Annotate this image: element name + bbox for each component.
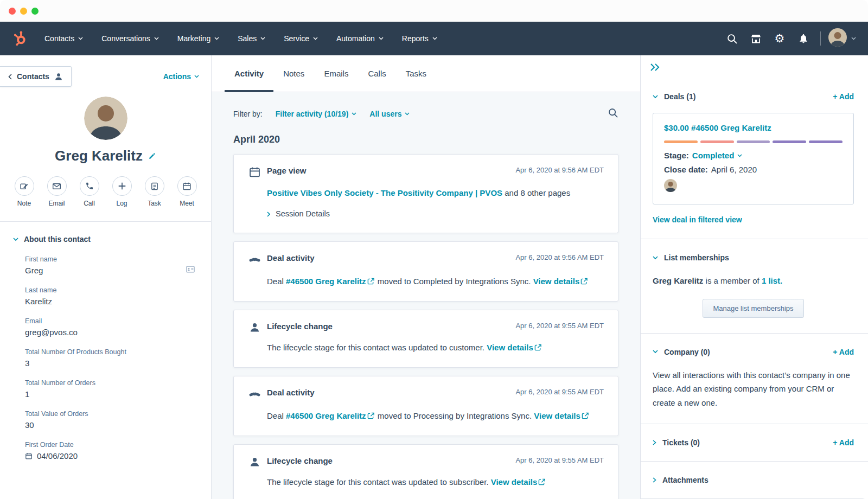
property-value: 04/06/2020 (25, 451, 195, 460)
activity-column: Activity Notes Emails Calls Tasks Filter… (212, 55, 640, 499)
chevron-down-icon (78, 37, 83, 40)
deal-body-middle: moved to Processing by Integrations Sync… (378, 411, 532, 420)
filter-activity-dropdown[interactable]: Filter activity (10/19) (276, 110, 357, 118)
attachments-header[interactable]: Attachments (662, 476, 709, 484)
property-value-of-orders[interactable]: Total Value of Orders 30 (0, 410, 211, 430)
company-header[interactable]: Company (0) (664, 348, 710, 356)
deal-title-link[interactable]: $30.00 #46500 Greg Karelitz (664, 123, 843, 132)
nav-item-marketing[interactable]: Marketing (177, 34, 219, 43)
collapse-sidebar-icon[interactable] (649, 64, 660, 73)
deal-owner-avatar[interactable] (664, 184, 677, 194)
tickets-header[interactable]: Tickets (0) (662, 438, 700, 447)
deals-header[interactable]: Deals (1) (664, 92, 695, 101)
external-link-icon (367, 410, 374, 423)
task-button[interactable]: Task (143, 176, 167, 207)
log-button[interactable]: Log (110, 176, 134, 207)
tab-notes[interactable]: Notes (273, 55, 314, 92)
property-first-order-date[interactable]: First Order Date 04/06/2020 (0, 441, 211, 460)
add-company-button[interactable]: + Add (833, 348, 854, 356)
back-to-contacts-button[interactable]: Contacts (0, 66, 72, 87)
actions-dropdown[interactable]: Actions (163, 72, 199, 81)
view-details-link[interactable]: View details (533, 277, 580, 286)
nav-item-label: Sales (238, 34, 257, 43)
associations-sidebar: Deals (1) + Add $30.00 #46500 Greg Karel… (640, 55, 868, 499)
property-email[interactable]: Email greg@pvos.co (0, 317, 211, 337)
handshake-icon (248, 254, 261, 266)
property-value: greg@pvos.co (25, 328, 195, 337)
nav-item-label: Contacts (44, 34, 74, 43)
deal-body-middle: moved to Completed by Integrations Sync. (378, 277, 531, 286)
pipeline-stage-segment (737, 140, 770, 143)
activity-card-deal: Deal activity Apr 6, 2020 at 9:56 AM EDT… (233, 241, 618, 302)
list-count-link[interactable]: 1 list. (762, 276, 782, 285)
edit-name-pencil-icon[interactable] (148, 152, 156, 160)
external-link-icon (534, 342, 541, 355)
view-deal-link[interactable]: View deal in filtered view (653, 215, 742, 224)
search-button[interactable] (722, 28, 742, 49)
contact-name: Greg Karelitz (55, 148, 143, 164)
marketplace-button[interactable] (745, 28, 766, 49)
session-details-toggle[interactable]: Session Details (267, 208, 604, 220)
email-icon (52, 182, 61, 191)
account-menu[interactable] (828, 28, 856, 49)
view-details-link[interactable]: View details (487, 343, 533, 352)
minimize-window-button[interactable] (20, 8, 27, 15)
zoom-window-button[interactable] (31, 8, 39, 15)
email-button[interactable]: Email (45, 176, 69, 207)
about-section-header[interactable]: About this contact (0, 222, 211, 244)
list-memberships-header[interactable]: List memberships (664, 253, 729, 262)
card-title: Lifecycle change (267, 456, 333, 465)
view-details-link[interactable]: View details (491, 477, 538, 487)
nav-item-sales[interactable]: Sales (238, 34, 265, 43)
deal-link[interactable]: #46500 Greg Karelitz (286, 277, 366, 286)
tab-tasks[interactable]: Tasks (396, 55, 436, 92)
chevron-right-icon[interactable] (653, 477, 656, 483)
view-details-link[interactable]: View details (534, 411, 580, 420)
add-ticket-button[interactable]: + Add (833, 438, 854, 447)
nav-item-conversations[interactable]: Conversations (101, 34, 159, 43)
tab-activity[interactable]: Activity (225, 55, 273, 92)
page-view-link[interactable]: Positive Vibes Only Society - The Positi… (267, 188, 502, 197)
search-activity-button[interactable] (608, 107, 618, 120)
deal-link[interactable]: #46500 Greg Karelitz (286, 411, 366, 420)
property-products-bought[interactable]: Total Number Of Products Bought 3 (0, 348, 211, 368)
chevron-down-icon[interactable] (653, 95, 658, 99)
add-deal-button[interactable]: + Add (833, 92, 854, 101)
manage-list-memberships-button[interactable]: Manage list memberships (703, 299, 803, 318)
chevron-down-icon (194, 75, 199, 78)
hubspot-logo-icon[interactable] (12, 30, 28, 47)
tab-label: Activity (234, 69, 264, 78)
card-timestamp: Apr 6, 2020 at 9:55 AM EDT (515, 388, 604, 396)
property-number-of-orders[interactable]: Total Number of Orders 1 (0, 379, 211, 399)
card-timestamp: Apr 6, 2020 at 9:56 AM EDT (515, 166, 604, 174)
nav-item-automation[interactable]: Automation (336, 34, 384, 43)
tab-calls[interactable]: Calls (358, 55, 395, 92)
stage-value: Completed (692, 151, 735, 160)
chevron-right-icon[interactable] (653, 440, 656, 445)
contact-avatar (84, 97, 127, 140)
nav-item-reports[interactable]: Reports (402, 34, 437, 43)
chevron-down-icon[interactable] (653, 256, 658, 260)
note-button[interactable]: Note (12, 176, 36, 207)
stage-dropdown[interactable]: Completed (692, 151, 743, 160)
close-date-value: April 6, 2020 (711, 165, 757, 174)
nav-item-service[interactable]: Service (284, 34, 318, 43)
nav-item-contacts[interactable]: Contacts (44, 34, 83, 43)
activity-card-lifecycle: Lifecycle change Apr 6, 2020 at 9:55 AM … (233, 310, 618, 368)
meet-button[interactable]: Meet (175, 176, 199, 207)
property-first-name[interactable]: First name Greg (0, 255, 211, 275)
contact-card-icon[interactable] (186, 265, 195, 275)
settings-button[interactable]: ⚙ (769, 28, 790, 49)
deals-section: Deals (1) + Add $30.00 #46500 Greg Karel… (641, 76, 868, 239)
all-users-dropdown[interactable]: All users (369, 110, 410, 118)
tab-emails[interactable]: Emails (314, 55, 358, 92)
tab-label: Calls (368, 69, 386, 78)
app-window: Contacts Conversations Marketing Sales S… (0, 0, 868, 499)
notifications-button[interactable] (793, 28, 814, 49)
close-window-button[interactable] (9, 8, 16, 15)
chevron-down-icon[interactable] (653, 350, 658, 354)
property-last-name[interactable]: Last name Karelitz (0, 286, 211, 306)
call-button[interactable]: Call (78, 176, 101, 207)
person-icon (248, 322, 261, 332)
company-section: Company (0) + Add View all interactions … (641, 334, 868, 425)
